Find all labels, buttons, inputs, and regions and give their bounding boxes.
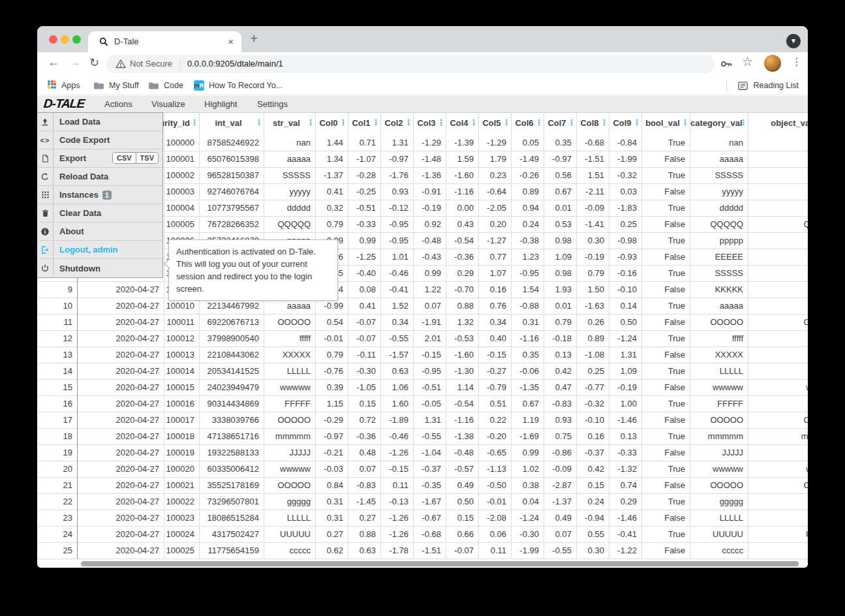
cell-Col8[interactable]: -0.37 — [577, 445, 609, 461]
cell-Col5[interactable]: -0.65 — [479, 445, 512, 461]
cell-object_val[interactable]: OOOOO — [748, 412, 808, 429]
column-menu-icon[interactable]: ⋮ — [568, 118, 576, 127]
cell-Col5[interactable]: 0.34 — [479, 315, 512, 331]
cell-Col9[interactable]: -1.32 — [609, 461, 642, 478]
cell-date[interactable]: 2020-04-27 — [78, 315, 164, 331]
cell-int_val[interactable]: 35525178169 — [200, 478, 264, 494]
cell-Col7[interactable]: 0.56 — [544, 168, 577, 184]
cell-Col3[interactable]: -0.68 — [414, 527, 446, 543]
column-menu-icon[interactable]: ⋮ — [437, 118, 445, 127]
cell-Col7[interactable]: -0.55 — [544, 543, 577, 559]
cell-Col3[interactable]: 2.01 — [414, 331, 446, 347]
cell-Col3[interactable]: 0.07 — [414, 298, 446, 315]
cell-object_val[interactable]: SSSSS — [748, 266, 808, 282]
cell-Col8[interactable]: -0.32 — [577, 396, 609, 412]
column-header-Col6[interactable]: Col6⋮ — [512, 113, 544, 134]
cell-object_val[interactable]: ddddd — [748, 200, 808, 217]
cell-str_val[interactable]: wwwww — [264, 380, 316, 396]
cell-Col4[interactable]: -0.70 — [446, 282, 479, 298]
cell-date[interactable]: 2020-04-27 — [78, 380, 164, 396]
cell-Col1[interactable]: -0.33 — [348, 217, 381, 233]
cell-Col5[interactable]: 0.51 — [479, 396, 512, 412]
cell-bool_val[interactable]: False — [642, 478, 690, 494]
cell-Col4[interactable]: -0.53 — [446, 331, 479, 347]
cell-Col0[interactable]: 0.32 — [316, 200, 348, 217]
cell-Col5[interactable]: 0.16 — [479, 282, 512, 298]
cell-object_val[interactable]: EEEEE — [748, 249, 808, 266]
cell-Col6[interactable]: -1.24 — [512, 510, 544, 527]
cell-Col6[interactable]: 0.38 — [512, 478, 544, 494]
cell-Col4[interactable]: 0.49 — [446, 478, 479, 494]
cell-Col6[interactable]: 0.94 — [512, 200, 544, 217]
cell-Col7[interactable]: 0.98 — [544, 233, 577, 249]
cell-Col0[interactable]: 0.62 — [316, 543, 348, 559]
cell-Col5[interactable]: 0.11 — [479, 543, 512, 559]
cell-Col4[interactable]: -1.38 — [446, 429, 479, 445]
column-menu-icon[interactable]: ⋮ — [191, 118, 198, 127]
cell-Col5[interactable]: -0.20 — [479, 429, 512, 445]
cell-bool_val[interactable]: True — [642, 200, 690, 217]
cell-security_id[interactable]: 100016 — [164, 396, 200, 412]
export-tsv-button[interactable]: TSV — [136, 153, 158, 163]
cell-Col7[interactable]: -0.86 — [544, 445, 577, 461]
cell-object_val[interactable]: OOOOO — [748, 478, 808, 494]
cell-Col6[interactable]: 0.05 — [512, 135, 544, 151]
cell-Col8[interactable]: -1.63 — [577, 298, 609, 315]
cell-date[interactable]: 2020-04-27 — [78, 494, 164, 510]
cell-str_val[interactable]: fffff — [264, 331, 316, 347]
menu-item-logout[interactable]: Logout, admin — [37, 241, 162, 259]
cell-Col2[interactable]: -1.76 — [381, 168, 414, 184]
cell-Col5[interactable]: -0.79 — [479, 380, 512, 396]
cell-category_val[interactable]: QQQQQ — [690, 217, 748, 233]
cell-category_val[interactable]: ggggg — [690, 494, 748, 510]
cell-security_id[interactable]: 100004 — [164, 200, 200, 217]
cell-Col9[interactable]: -0.19 — [609, 380, 642, 396]
cell-date[interactable]: 2020-04-27 — [78, 412, 164, 429]
column-menu-icon[interactable]: ⋮ — [372, 118, 380, 127]
reading-list-label[interactable]: Reading List — [754, 81, 799, 90]
cell-object_val[interactable]: ccccc — [748, 543, 808, 559]
close-tab-icon[interactable]: × — [228, 36, 234, 47]
cell-Col6[interactable]: 1.23 — [512, 249, 544, 266]
cell-str_val[interactable]: ggggg — [264, 494, 316, 510]
cell-security_id[interactable]: 100005 — [164, 217, 200, 233]
cell-object_val[interactable]: mmmmm — [748, 429, 808, 445]
cell-Col4[interactable]: -1.16 — [446, 184, 479, 200]
cell-Col2[interactable]: 0.34 — [381, 315, 414, 331]
cell-category_val[interactable]: ppppp — [690, 233, 748, 249]
cell-Col3[interactable]: 1.22 — [414, 282, 446, 298]
cell-category_val[interactable]: OOOOO — [690, 478, 748, 494]
cell-Col4[interactable]: 0.15 — [446, 510, 479, 527]
cell-Col5[interactable]: 1.79 — [479, 151, 512, 168]
column-menu-icon[interactable]: ⋮ — [405, 118, 412, 127]
cell-security_id[interactable]: 100014 — [164, 363, 200, 380]
column-menu-icon[interactable]: ⋮ — [600, 118, 608, 127]
cell-bool_val[interactable]: True — [642, 461, 690, 478]
column-header-Col5[interactable]: Col5⋮ — [479, 113, 512, 134]
cell-Col7[interactable]: 0.75 — [544, 429, 577, 445]
cell-Col3[interactable]: -1.51 — [414, 543, 446, 559]
cell-Col1[interactable]: -1.25 — [348, 249, 381, 266]
cell-Col2[interactable]: -1.26 — [381, 445, 414, 461]
cell-int_val[interactable]: 19322588133 — [200, 445, 264, 461]
cell-str_val[interactable]: FFFFF — [264, 396, 316, 412]
cell-Col2[interactable]: -0.97 — [381, 151, 414, 168]
cell-date[interactable]: 2020-04-27 — [78, 510, 164, 527]
cell-category_val[interactable]: ccccc — [690, 543, 748, 559]
cell-Col5[interactable]: 0.76 — [479, 298, 512, 315]
menu-item-instances[interactable]: Instances1 — [37, 186, 162, 204]
cell-Col8[interactable]: 0.89 — [577, 331, 609, 347]
cell-Col9[interactable]: 0.25 — [609, 217, 642, 233]
cell-bool_val[interactable]: False — [642, 380, 690, 396]
cell-security_id[interactable]: 100013 — [164, 347, 200, 363]
cell-category_val[interactable]: EEEEE — [690, 249, 748, 266]
horizontal-scrollbar[interactable] — [78, 561, 808, 567]
column-menu-icon[interactable]: ⋮ — [470, 118, 478, 127]
cell-security_id[interactable]: 100024 — [164, 527, 200, 543]
cell-str_val[interactable]: ccccc — [264, 543, 316, 559]
cell-category_val[interactable]: OOOOO — [690, 315, 748, 331]
cell-Col1[interactable]: -0.07 — [348, 331, 381, 347]
cell-Col6[interactable]: -0.38 — [512, 233, 544, 249]
column-header-category_val[interactable]: category_val⋮ — [690, 113, 748, 134]
cell-bool_val[interactable]: True — [642, 331, 690, 347]
